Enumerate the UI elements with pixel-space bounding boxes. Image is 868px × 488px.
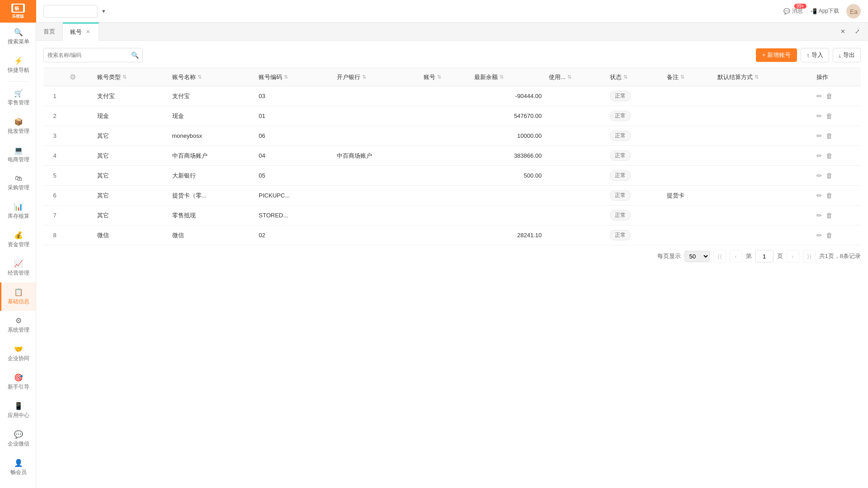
header-dropdown[interactable]: ▾ — [102, 8, 105, 14]
page-next-button[interactable]: › — [787, 250, 799, 263]
tab-expand-action[interactable]: ⤢ — [852, 26, 863, 37]
sidebar-item-enterprise-agreement[interactable]: 🤝 企业协同 — [0, 339, 36, 368]
th-balance-label: 最新余额 — [474, 73, 498, 81]
cell-name: 现金 — [169, 106, 255, 126]
table-settings-icon[interactable]: ⚙ — [70, 73, 76, 81]
cell-idx: 8 — [43, 225, 66, 245]
capital-mgmt-icon: 💰 — [14, 231, 23, 239]
top-header: ▾ 💬 消息 99+ 📲 App下载 Ea — [36, 0, 868, 23]
basic-info-icon: 📋 — [14, 288, 23, 296]
sidebar-item-enterprise-wechat[interactable]: 💬 企业微信 — [0, 425, 36, 453]
edit-icon[interactable]: ✏ — [816, 92, 822, 100]
delete-icon[interactable]: 🗑 — [826, 112, 833, 120]
status-badge: 正常 — [610, 150, 631, 161]
cell-balance: 547670.00 — [471, 106, 545, 126]
cell-status: 正常 — [606, 86, 664, 106]
sidebar-item-label: 资金管理 — [8, 241, 29, 249]
cell-type-icon — [66, 206, 94, 225]
sidebar-item-app-center[interactable]: 📱 应用中心 — [0, 396, 36, 425]
page-first-button[interactable]: ⟨⟨ — [713, 250, 726, 263]
sidebar-item-quick-nav[interactable]: ⚡ 快捷导航 — [0, 51, 36, 80]
tab-bar: 首页 账号 ✕ ✕ ⤢ — [36, 23, 868, 41]
cell-bank — [333, 86, 420, 106]
cell-action: ✏ 🗑 — [813, 186, 861, 206]
search-icon[interactable]: 🔍 — [131, 52, 139, 59]
cell-idx: 4 — [43, 146, 66, 166]
th-balance[interactable]: 最新余额 ⇅ — [471, 68, 545, 86]
cell-code: 02 — [255, 225, 333, 245]
user-avatar[interactable]: Ea — [846, 4, 861, 19]
edit-icon[interactable]: ✏ — [816, 211, 822, 220]
delete-icon[interactable]: 🗑 — [826, 231, 833, 239]
th-settings[interactable]: ⚙ — [66, 68, 94, 86]
th-type[interactable]: 账号类型 ⇅ — [94, 68, 168, 86]
tab-close-action[interactable]: ✕ — [837, 26, 848, 37]
sidebar-item-inventory-calc[interactable]: 📊 库存核算 — [0, 197, 36, 225]
app-download-button[interactable]: 📲 App下载 — [810, 7, 839, 15]
cell-name: 中百商场账户 — [169, 146, 255, 166]
page-size-select[interactable]: 50 100 200 — [684, 251, 710, 262]
sidebar-item-ecommerce-mgmt[interactable]: 💻 电商管理 — [0, 141, 36, 169]
sidebar-item-search-menu[interactable]: 🔍 搜索菜单 — [0, 23, 36, 51]
sidebar-item-retail-mgmt[interactable]: 🛒 零售管理 — [0, 84, 36, 112]
edit-icon[interactable]: ✏ — [816, 152, 822, 160]
th-status[interactable]: 状态 ⇅ — [606, 68, 664, 86]
page-number-input[interactable] — [755, 250, 774, 263]
th-default-payment[interactable]: 默认结算方式 ⇅ — [714, 68, 812, 86]
sidebar-item-sys-mgmt[interactable]: ⚙ 系统管理 — [0, 311, 36, 339]
cell-remark — [663, 206, 714, 225]
th-status-label: 状态 — [610, 73, 622, 81]
table-row: 1 支付宝 支付宝 03 -90444.00 正常 ✏ 🗑 — [43, 86, 861, 106]
message-button[interactable]: 💬 消息 99+ — [783, 7, 803, 15]
sidebar-item-purchase-mgmt[interactable]: 🛍 采购管理 — [0, 169, 36, 197]
delete-icon[interactable]: 🗑 — [826, 152, 833, 160]
delete-icon[interactable]: 🗑 — [826, 192, 833, 200]
cell-code: PICKUPC... — [255, 186, 333, 206]
th-bank[interactable]: 开户银行 ⇅ — [333, 68, 420, 86]
edit-icon[interactable]: ✏ — [816, 231, 822, 239]
cell-remark — [663, 86, 714, 106]
sidebar: 畅 乐橙版 🔍 搜索菜单 ⚡ 快捷导航 🛒 零售管理 📦 批发管理 💻 电商管理… — [0, 0, 36, 488]
th-action: 操作 — [813, 68, 861, 86]
add-account-button[interactable]: + 新增账号 — [756, 48, 797, 62]
edit-icon[interactable]: ✏ — [816, 172, 822, 180]
th-code[interactable]: 账号编码 ⇅ — [255, 68, 333, 86]
toolbar: 🔍 + 新增账号 ↑ 导入 ↓ 导出 — [43, 48, 861, 62]
tab-account-close[interactable]: ✕ — [85, 28, 91, 35]
delete-icon[interactable]: 🗑 — [826, 211, 833, 220]
search-input[interactable] — [47, 52, 131, 58]
tab-account[interactable]: 账号 ✕ — [63, 23, 99, 41]
sidebar-item-wholesale-mgmt[interactable]: 📦 批发管理 — [0, 112, 36, 141]
sidebar-item-capital-mgmt[interactable]: 💰 资金管理 — [0, 225, 36, 254]
cell-action: ✏ 🗑 — [813, 206, 861, 225]
page-prev-button[interactable]: ‹ — [730, 250, 742, 263]
cell-type: 支付宝 — [94, 86, 168, 106]
sidebar-item-basic-info[interactable]: 📋 基础信息 — [0, 282, 36, 311]
edit-icon[interactable]: ✏ — [816, 112, 822, 120]
sidebar-item-business-mgmt[interactable]: 📈 经营管理 — [0, 254, 36, 282]
export-button[interactable]: ↓ 导出 — [833, 48, 861, 62]
tab-home[interactable]: 首页 — [36, 23, 63, 41]
cell-account — [420, 146, 471, 166]
cell-remark — [663, 106, 714, 126]
delete-icon[interactable]: 🗑 — [826, 132, 833, 140]
cell-action: ✏ 🗑 — [813, 146, 861, 166]
th-remark[interactable]: 备注 ⇅ — [663, 68, 714, 86]
th-account[interactable]: 账号 ⇅ — [420, 68, 471, 86]
import-button[interactable]: ↑ 导入 — [801, 48, 829, 62]
delete-icon[interactable]: 🗑 — [826, 172, 833, 180]
th-usage[interactable]: 使用... ⇅ — [545, 68, 606, 86]
delete-icon[interactable]: 🗑 — [826, 92, 833, 100]
cell-default-payment — [714, 166, 812, 186]
cell-idx: 5 — [43, 166, 66, 186]
cell-default-payment — [714, 225, 812, 245]
header-search-input[interactable] — [43, 5, 98, 18]
sidebar-item-new-guide[interactable]: 🎯 新手引导 — [0, 368, 36, 396]
edit-icon[interactable]: ✏ — [816, 132, 822, 140]
th-name[interactable]: 账号名称 ⇅ — [169, 68, 255, 86]
edit-icon[interactable]: ✏ — [816, 192, 822, 200]
app-download-label: App下载 — [819, 7, 839, 15]
page-last-button[interactable]: ⟩⟩ — [803, 250, 816, 263]
cell-name: 提货卡（零... — [169, 186, 255, 206]
sidebar-item-member[interactable]: 👤 畅会员 — [0, 453, 36, 482]
